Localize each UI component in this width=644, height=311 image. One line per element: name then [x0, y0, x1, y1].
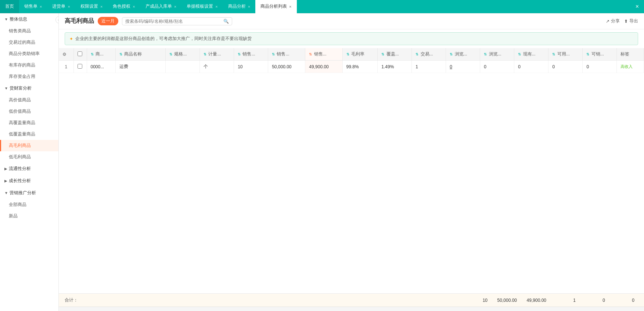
col-unit[interactable]: ⇅ 计量...	[200, 48, 234, 61]
share-button[interactable]: ↗ 分享	[606, 18, 620, 24]
col-settings[interactable]: ⚙	[59, 48, 73, 61]
main-layout: « ▼ 整体信息 销售类商品 交易过的商品 商品分类助销率 有库存的商品 库存资…	[0, 13, 644, 311]
col-saleable[interactable]: ⇅ 可销...	[583, 48, 617, 61]
sidebar-section-growth-header[interactable]: ▶ 成长性分析	[0, 175, 58, 187]
nav-product-analysis[interactable]: 商品分析 ×	[223, 0, 255, 13]
row-browse2-1: 0	[480, 61, 514, 73]
search-input[interactable]	[125, 19, 223, 24]
nav-permission-close[interactable]: ×	[100, 4, 102, 9]
row-name-1: 运费	[116, 61, 166, 73]
sidebar-item-high-coverage[interactable]: 高覆盖量商品	[0, 117, 58, 129]
sort-icon-browse1: ⇅	[450, 52, 453, 56]
col-code[interactable]: ⇅ 商...	[87, 48, 116, 61]
row-saleable-1: 0	[583, 61, 617, 73]
sidebar-section-wealth: ▼ 货财富分析 高价值商品 低价值商品 高覆盖量商品 低覆盖量商品 高毛利商品 …	[0, 82, 58, 163]
bottom-scrollbar[interactable]	[59, 307, 644, 311]
sidebar-item-stock-capital[interactable]: 库存资金占用	[0, 71, 58, 82]
sidebar-section-wealth-header[interactable]: ▼ 货财富分析	[0, 82, 58, 94]
content-header: 高毛利商品 近一月 🔍 ↗ 分享 ⬆ 导出	[59, 13, 644, 29]
footer-label: 合计：	[65, 297, 78, 303]
sidebar-section-marketing: ▼ 营销推广分析 全部商品 新品	[0, 187, 58, 222]
section-marketing-label: 营销推广分析	[10, 190, 36, 196]
nav-template-settings[interactable]: 单据模板设置 ×	[181, 0, 223, 13]
col-available-stock[interactable]: ⇅ 可用...	[548, 48, 583, 61]
col-tag[interactable]: 标签	[617, 48, 644, 61]
sidebar-item-category-assist[interactable]: 商品分类助销率	[0, 48, 58, 59]
row-select-checkbox-1[interactable]	[78, 64, 82, 69]
nav-analysis-list-close[interactable]: ×	[289, 4, 291, 9]
row-current-stock-1: 0	[514, 61, 548, 73]
sort-icon-sales-profit: ⇅	[309, 52, 312, 56]
row-gross-margin-1: 99.8%	[342, 61, 378, 73]
sort-icon-spec: ⇅	[169, 52, 172, 56]
nav-product-analysis-list[interactable]: 商品分析列表 ×	[255, 0, 296, 13]
sidebar-item-in-stock[interactable]: 有库存的商品	[0, 59, 58, 71]
section-liquidity-label: 流通性分析	[9, 166, 31, 172]
header-actions: ↗ 分享 ⬆ 导出	[606, 18, 638, 24]
section-growth-label: 成长性分析	[9, 178, 31, 184]
table-row: 1 0000... 运费	[59, 61, 644, 73]
sidebar-item-sales-goods[interactable]: 销售类商品	[0, 25, 58, 37]
settings-icon[interactable]: ⚙	[62, 52, 66, 57]
row-browse1-1[interactable]: 0	[446, 61, 480, 73]
nav-product-close[interactable]: ×	[174, 4, 176, 9]
col-browse1[interactable]: ⇅ 浏览...	[446, 48, 480, 61]
filter-recent-month-button[interactable]: 近一月	[98, 17, 118, 25]
sort-icon-name: ⇅	[119, 52, 122, 56]
col-sales-qty[interactable]: ⇅ 销售...	[234, 48, 268, 61]
search-box[interactable]: 🔍	[122, 17, 232, 25]
sidebar: « ▼ 整体信息 销售类商品 交易过的商品 商品分类助销率 有库存的商品 库存资…	[0, 13, 59, 311]
info-banner-text: 企业的主要的利润都是这部分商品创造的，可考虑加大推广，同时关注库存是不要出现缺货	[75, 36, 252, 42]
nav-sales-close[interactable]: ×	[40, 4, 42, 9]
table-footer: 合计： 10 50,000.00 49,900.00 1 0 0	[59, 293, 644, 307]
sidebar-item-low-margin[interactable]: 低毛利商品	[0, 151, 58, 163]
section-marketing-arrow: ▼	[4, 191, 8, 195]
table-container[interactable]: ⚙ ⇅ 商... ⇅ 商品名称	[59, 48, 644, 293]
nav-analysis-close[interactable]: ×	[248, 4, 250, 9]
col-sales-profit[interactable]: ⇅ 销售...	[305, 48, 342, 61]
row-available-stock-1: 0	[548, 61, 583, 73]
sort-icon-available-stock: ⇅	[552, 52, 555, 56]
row-checkbox-1[interactable]	[73, 61, 87, 73]
sort-icon-sales-amount: ⇅	[272, 52, 275, 56]
sidebar-item-low-coverage[interactable]: 低覆盖量商品	[0, 129, 58, 140]
nav-product-inbound[interactable]: 产成品入库单 ×	[140, 0, 181, 13]
sidebar-item-high-margin[interactable]: 高毛利商品	[0, 140, 58, 151]
col-browse2[interactable]: ⇅ 浏览...	[480, 48, 514, 61]
nav-sales-label: 销售单	[24, 3, 37, 10]
col-gross-margin[interactable]: ⇅ 毛利率	[342, 48, 378, 61]
select-all-checkbox[interactable]	[78, 51, 82, 56]
search-icon[interactable]: 🔍	[223, 19, 229, 24]
sidebar-section-liquidity: ▶ 流通性分析	[0, 163, 58, 175]
nav-purchase-order[interactable]: 进货单 ×	[47, 0, 75, 13]
section-overall-label: 整体信息	[10, 16, 27, 22]
sidebar-item-high-value[interactable]: 高价值商品	[0, 94, 58, 106]
section-growth-arrow: ▶	[4, 179, 7, 183]
nav-template-close[interactable]: ×	[215, 4, 217, 9]
sidebar-item-all-goods[interactable]: 全部商品	[0, 199, 58, 210]
sidebar-section-liquidity-header[interactable]: ▶ 流通性分析	[0, 163, 58, 175]
nav-close-all-btn[interactable]: ×	[630, 3, 644, 10]
nav-sales-order[interactable]: 销售单 ×	[19, 0, 47, 13]
col-current-stock[interactable]: ⇅ 现有...	[514, 48, 548, 61]
nav-permission-settings[interactable]: 权限设置 ×	[75, 0, 108, 13]
nav-purchase-label: 进货单	[52, 3, 65, 10]
col-name[interactable]: ⇅ 商品名称	[116, 48, 166, 61]
export-button[interactable]: ⬆ 导出	[624, 18, 638, 24]
sidebar-section-growth: ▶ 成长性分析	[0, 175, 58, 187]
sidebar-item-low-value[interactable]: 低价值商品	[0, 106, 58, 117]
nav-home[interactable]: 首页	[0, 0, 19, 13]
col-checkbox[interactable]	[73, 48, 87, 61]
col-transaction[interactable]: ⇅ 交易...	[412, 48, 446, 61]
row-tag-1: 高收入	[617, 61, 644, 73]
col-coverage[interactable]: ⇅ 覆盖...	[378, 48, 412, 61]
nav-role-auth[interactable]: 角色授权 ×	[108, 0, 140, 13]
sidebar-section-overall-header[interactable]: ▼ 整体信息	[0, 13, 58, 25]
sidebar-item-traded-goods[interactable]: 交易过的商品	[0, 37, 58, 48]
sidebar-section-marketing-header[interactable]: ▼ 营销推广分析	[0, 187, 58, 199]
col-spec[interactable]: ⇅ 规格...	[166, 48, 200, 61]
nav-purchase-close[interactable]: ×	[68, 4, 70, 9]
col-sales-amount[interactable]: ⇅ 销售...	[268, 48, 305, 61]
sidebar-item-new-goods[interactable]: 新品	[0, 210, 58, 222]
nav-role-close[interactable]: ×	[133, 4, 135, 9]
